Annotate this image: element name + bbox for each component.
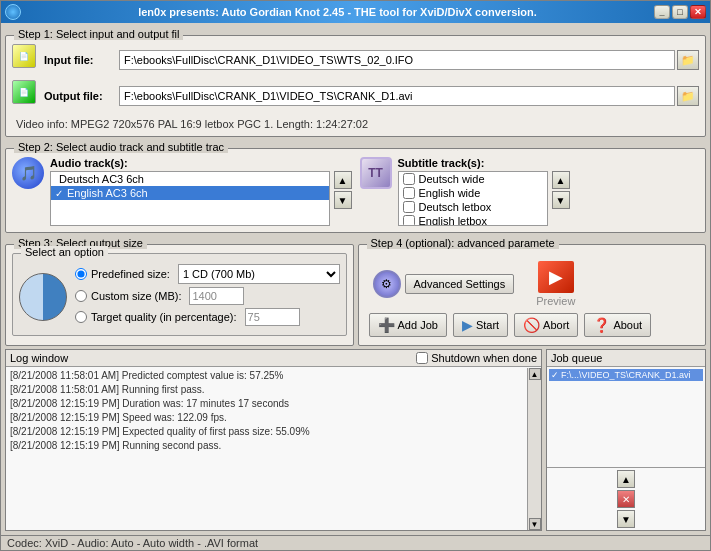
about-label: About <box>613 319 642 331</box>
custom-radio[interactable] <box>75 290 87 302</box>
step1-panel: Step 1: Select input and output fil 📄 In… <box>5 35 706 137</box>
add-job-icon: ➕ <box>378 317 395 333</box>
audio-label: Audio track(s): <box>50 157 352 169</box>
queue-up-button[interactable]: ▲ <box>617 470 635 488</box>
queue-delete-button[interactable]: ✕ <box>617 490 635 508</box>
queue-content: ✓ F:\...\VIDEO_TS\CRANK_D1.avi <box>547 367 705 467</box>
custom-size-input <box>189 287 244 305</box>
log-entry: [8/21/2008 12:15:19 PM] Expected quality… <box>10 425 537 439</box>
minimize-button[interactable]: _ <box>654 5 670 19</box>
input-file-icon: 📄 <box>12 44 44 76</box>
about-icon: ❓ <box>593 317 610 333</box>
subtitle-item[interactable]: Deutsch wide <box>399 172 547 186</box>
window-controls: _ □ ✕ <box>654 5 706 19</box>
audio-icon: 🎵 <box>12 157 44 189</box>
browse-icon: 📁 <box>681 90 695 103</box>
subtitle-icon: TT <box>360 157 392 189</box>
log-entry: [8/21/2008 11:58:01 AM] Running first pa… <box>10 383 537 397</box>
statusbar: Codec: XviD - Audio: Auto - Auto width -… <box>1 535 710 550</box>
subtitle-section: TT Subtitle track(s): Deutsch wide En <box>360 157 700 226</box>
steps34-area: Step 3: Select output size Select an opt… <box>5 236 706 346</box>
subtitle-icon-img: TT <box>360 157 392 189</box>
abort-button[interactable]: 🚫 Abort <box>514 313 578 337</box>
predefined-radio[interactable] <box>75 268 87 280</box>
close-button[interactable]: ✕ <box>690 5 706 19</box>
subtitle-down-button[interactable]: ▼ <box>552 191 570 209</box>
about-button[interactable]: ❓ About <box>584 313 651 337</box>
log-entry: [8/21/2008 12:15:19 PM] Running second p… <box>10 439 537 453</box>
subtitle-check[interactable] <box>403 187 415 199</box>
output-browse-button[interactable]: 📁 <box>677 86 699 106</box>
log-title: Log window <box>10 352 68 364</box>
shutdown-row: Shutdown when done <box>416 352 537 364</box>
log-entry: [8/21/2008 12:15:19 PM] Duration was: 17… <box>10 397 537 411</box>
audio-track-item[interactable]: ✓ English AC3 6ch <box>51 186 329 200</box>
actions-row: ➕ Add Job ▶ Start 🚫 Abort ❓ About <box>365 311 700 339</box>
subtitle-item[interactable]: Deutsch letbox <box>399 200 547 214</box>
queue-panel: Job queue ✓ F:\...\VIDEO_TS\CRANK_D1.avi… <box>546 349 706 531</box>
custom-row: Custom size (MB): <box>75 287 340 305</box>
custom-label: Custom size (MB): <box>91 290 181 302</box>
subtitle-item[interactable]: English letbox <box>399 214 547 226</box>
step2-title: Step 2: Select audio track and subtitle … <box>14 141 228 153</box>
output-file-field[interactable] <box>119 86 675 106</box>
content-area: Step 1: Select input and output fil 📄 In… <box>1 23 710 535</box>
predefined-label: Predefined size: <box>91 268 170 280</box>
log-panel: Log window Shutdown when done [8/21/2008… <box>5 349 542 531</box>
subtitle-item[interactable]: English wide <box>399 186 547 200</box>
preview-icon: ▶ <box>538 261 574 293</box>
subtitle-name: Deutsch letbox <box>419 201 492 213</box>
audio-track-list[interactable]: Deutsch AC3 6ch ✓ English AC3 6ch <box>50 171 330 226</box>
output-file-icon: 📄 <box>12 80 44 112</box>
subtitle-up-button[interactable]: ▲ <box>552 171 570 189</box>
subtitle-check[interactable] <box>403 201 415 213</box>
maximize-button[interactable]: □ <box>672 5 688 19</box>
subtitle-name: English letbox <box>419 215 488 226</box>
scroll-down-button[interactable]: ▼ <box>529 518 541 530</box>
audio-up-button[interactable]: ▲ <box>334 171 352 189</box>
log-entry: [8/21/2008 12:15:19 PM] Speed was: 122.0… <box>10 411 537 425</box>
bottom-area: Log window Shutdown when done [8/21/2008… <box>5 349 706 531</box>
input-browse-button[interactable]: 📁 <box>677 50 699 70</box>
window-title: len0x presents: Auto Gordian Knot 2.45 -… <box>21 6 654 18</box>
log-entry: [8/21/2008 11:58:01 AM] Predicted compte… <box>10 369 537 383</box>
start-button[interactable]: ▶ Start <box>453 313 508 337</box>
subtitle-label: Subtitle track(s): <box>398 157 700 169</box>
log-scrollbar[interactable]: ▲ ▼ <box>527 368 541 530</box>
preview-label: Preview <box>536 295 575 307</box>
predefined-select[interactable]: 1 CD (700 Mb) 2 CD (1400 Mb) DVD (4.7 GB… <box>178 264 340 284</box>
audio-track-item[interactable]: Deutsch AC3 6ch <box>51 172 329 186</box>
subtitle-check[interactable] <box>403 215 415 226</box>
predefined-row: Predefined size: 1 CD (700 Mb) 2 CD (140… <box>75 264 340 284</box>
audio-icon-img: 🎵 <box>12 157 44 189</box>
settings-icon: ⚙ <box>373 270 401 298</box>
step4-panel: Step 4 (optional): advanced paramete ⚙ A… <box>358 244 707 346</box>
step1-title: Step 1: Select input and output fil <box>14 28 183 40</box>
pie-chart <box>19 273 67 321</box>
queue-down-button[interactable]: ▼ <box>617 510 635 528</box>
add-job-button[interactable]: ➕ Add Job <box>369 313 447 337</box>
subtitle-name: English wide <box>419 187 481 199</box>
advanced-settings-button[interactable]: Advanced Settings <box>405 274 515 294</box>
subtitle-check[interactable] <box>403 173 415 185</box>
target-radio[interactable] <box>75 311 87 323</box>
video-info: Video info: MPEG2 720x576 PAL 16:9 letbo… <box>12 116 699 132</box>
queue-arrows: ▲ ✕ ▼ <box>547 467 705 530</box>
queue-item[interactable]: ✓ F:\...\VIDEO_TS\CRANK_D1.avi <box>549 369 703 381</box>
subtitle-name: Deutsch wide <box>419 173 485 185</box>
browse-icon: 📁 <box>681 54 695 67</box>
input-file-field[interactable] <box>119 50 675 70</box>
step3-inner: Select an option Predefined size: 1 CD (… <box>12 253 347 336</box>
app-icon <box>5 4 21 20</box>
audio-content: Audio track(s): Deutsch AC3 6ch ✓ Englis… <box>50 157 352 226</box>
scroll-up-button[interactable]: ▲ <box>529 368 541 380</box>
output-file-row: 📄 Output file: 📁 <box>12 80 699 112</box>
audio-arrows: ▲ ▼ <box>334 171 352 226</box>
audio-down-button[interactable]: ▼ <box>334 191 352 209</box>
queue-item-text: F:\...\VIDEO_TS\CRANK_D1.avi <box>561 370 691 380</box>
subtitle-content: Subtitle track(s): Deutsch wide English … <box>398 157 700 226</box>
step3-panel: Step 3: Select output size Select an opt… <box>5 244 354 346</box>
subtitle-list[interactable]: Deutsch wide English wide Deutsch letbox <box>398 171 548 226</box>
shutdown-checkbox[interactable] <box>416 352 428 364</box>
audio-section: 🎵 Audio track(s): Deutsch AC3 6ch ✓ E <box>12 157 352 226</box>
